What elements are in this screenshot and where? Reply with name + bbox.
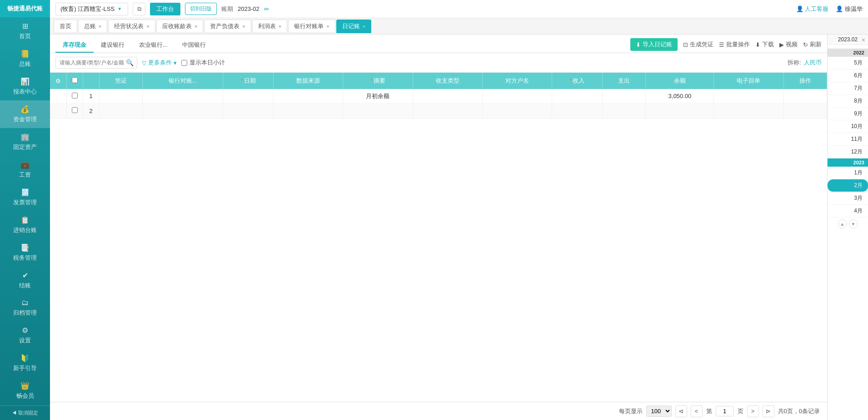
date-panel-close[interactable]: × bbox=[862, 36, 865, 44]
tab-journal-close[interactable]: × bbox=[363, 24, 365, 29]
sidebar-item-label: 资金管理 bbox=[13, 115, 37, 124]
batch-op-icon: ☰ bbox=[719, 41, 724, 48]
customer-service-link[interactable]: 👤 人工客服 bbox=[796, 5, 829, 13]
cell-checkbox[interactable] bbox=[66, 89, 83, 104]
sidebar-item-purchase[interactable]: 📋 进销台账 bbox=[0, 211, 50, 239]
first-page-button[interactable]: ⊲ bbox=[675, 405, 687, 417]
more-conditions-button[interactable]: ▽ 更多条件 ▾ bbox=[142, 59, 177, 67]
date-month-2022-11[interactable]: 11月 bbox=[828, 133, 868, 146]
col-settings[interactable]: ⚙ bbox=[50, 73, 66, 89]
generate-voucher-button[interactable]: ⊡ 生成凭证 bbox=[683, 40, 713, 49]
period-edit-icon[interactable]: ✏ bbox=[264, 5, 269, 13]
sidebar-item-close-accounts[interactable]: ✔ 结账 bbox=[0, 267, 50, 294]
tab-profit[interactable]: 利润表 × bbox=[252, 20, 287, 33]
search-icon[interactable]: 🔍 bbox=[126, 59, 134, 66]
date-month-2023-3[interactable]: 3月 bbox=[828, 192, 868, 205]
tab-home[interactable]: 首页 bbox=[54, 20, 77, 33]
date-nav-down[interactable]: ▼ bbox=[849, 219, 858, 228]
sub-tab-ccb[interactable]: 建设银行 bbox=[94, 38, 132, 53]
refresh-button[interactable]: ↻ 刷新 bbox=[803, 40, 822, 49]
tab-asset-close[interactable]: × bbox=[242, 24, 245, 29]
prev-page-button[interactable]: < bbox=[691, 405, 703, 417]
col-counterpart: 对方户名 bbox=[482, 73, 552, 89]
date-month-2022-10[interactable]: 10月 bbox=[828, 120, 868, 133]
settings-icon: ⚙ bbox=[22, 326, 28, 335]
workspace-button[interactable]: 工作台 bbox=[150, 3, 180, 15]
date-month-2022-5[interactable]: 5月 bbox=[828, 57, 868, 69]
sidebar-logo[interactable]: 畅捷通易代账 bbox=[0, 0, 50, 17]
tab-journal[interactable]: 日记账 × bbox=[336, 20, 371, 33]
tab-receivable[interactable]: 应收账龄表 × bbox=[156, 20, 203, 33]
row-checkbox[interactable] bbox=[72, 93, 78, 99]
cell-expense bbox=[602, 89, 645, 104]
page-input[interactable] bbox=[716, 406, 734, 416]
date-month-2023-1[interactable]: 1月 bbox=[828, 167, 868, 179]
ledger-icon: 📒 bbox=[20, 49, 30, 58]
tab-journal-label: 日记账 bbox=[342, 22, 360, 30]
search-input[interactable] bbox=[55, 57, 137, 69]
cell-checkbox[interactable] bbox=[66, 104, 83, 118]
date-month-2022-7[interactable]: 7月 bbox=[828, 82, 868, 95]
copy-icon: ⧉ bbox=[137, 5, 141, 13]
cell-source bbox=[274, 89, 343, 104]
col-date: 日期 bbox=[223, 73, 274, 89]
service-icon: 👤 bbox=[796, 5, 803, 12]
tab-asset[interactable]: 资产负债表 × bbox=[204, 20, 251, 33]
row-checkbox[interactable] bbox=[72, 107, 78, 113]
date-month-2022-12[interactable]: 12月 bbox=[828, 146, 868, 158]
sidebar-item-invoice[interactable]: 🧾 发票管理 bbox=[0, 183, 50, 211]
page-size-select[interactable]: 100 bbox=[646, 405, 672, 417]
date-month-2022-9[interactable]: 9月 bbox=[828, 108, 868, 120]
cell-bank bbox=[142, 104, 223, 118]
avatar-icon: 👤 bbox=[836, 5, 843, 12]
date-month-2023-2[interactable]: 2月 bbox=[828, 179, 868, 192]
sidebar-item-member[interactable]: 👑 畅会员 bbox=[0, 377, 50, 405]
date-month-2022-6[interactable]: 6月 bbox=[828, 69, 868, 82]
company-selector[interactable]: (牧畜) 江西赣宝-LSS ▼ bbox=[55, 3, 128, 15]
old-version-button[interactable]: 切到旧版 bbox=[185, 3, 217, 15]
sidebar-item-tax[interactable]: 📑 税务管理 bbox=[0, 239, 50, 267]
date-month-2022-8[interactable]: 8月 bbox=[828, 95, 868, 108]
sidebar-item-fixed[interactable]: 🏢 固定资产 bbox=[0, 128, 50, 156]
tab-ledger-close[interactable]: × bbox=[99, 24, 101, 29]
currency-value[interactable]: 人民币 bbox=[804, 59, 822, 67]
download-button[interactable]: ⬇ 下载 bbox=[755, 40, 774, 49]
daily-subtotal-check[interactable] bbox=[181, 60, 187, 66]
import-journal-button[interactable]: ⬇ 导入日记账 bbox=[630, 38, 678, 51]
tab-ledger[interactable]: 总账 × bbox=[78, 20, 107, 33]
tab-bank[interactable]: 银行对账单 × bbox=[288, 20, 335, 33]
sidebar-item-home[interactable]: ⊞ 首页 bbox=[0, 17, 50, 45]
sidebar-item-wage[interactable]: 💼 工资 bbox=[0, 156, 50, 183]
video-button[interactable]: ▶ 视频 bbox=[779, 40, 798, 49]
next-page-button[interactable]: > bbox=[747, 405, 759, 417]
sub-tab-cash[interactable]: 库存现金 bbox=[55, 38, 94, 53]
tab-status[interactable]: 经营状况表 × bbox=[108, 20, 155, 33]
date-month-2023-4[interactable]: 4月 bbox=[828, 205, 868, 217]
sidebar-item-ledger[interactable]: 📒 总账 bbox=[0, 45, 50, 73]
sub-tab-abc[interactable]: 农业银行... bbox=[132, 38, 175, 53]
tab-profit-close[interactable]: × bbox=[279, 24, 281, 29]
sidebar-item-capital[interactable]: 💰 资金管理 bbox=[0, 100, 50, 128]
tab-bank-close[interactable]: × bbox=[326, 24, 329, 29]
col-checkbox[interactable] bbox=[66, 73, 83, 89]
sidebar-item-report[interactable]: 📊 报表中心 bbox=[0, 73, 50, 100]
toolbar-right: 拆称: 人民币 bbox=[788, 59, 822, 67]
sidebar-item-archive[interactable]: 🗂 归档管理 bbox=[0, 294, 50, 321]
sidebar-unpin[interactable]: ◀ 取消固定 bbox=[0, 405, 50, 420]
tab-status-close[interactable]: × bbox=[146, 24, 149, 29]
user-name[interactable]: 👤 徐温华 bbox=[836, 5, 863, 13]
sub-tab-boc[interactable]: 中国银行 bbox=[175, 38, 213, 53]
tab-home-label: 首页 bbox=[60, 22, 71, 30]
tab-receivable-close[interactable]: × bbox=[195, 24, 197, 29]
batch-op-button[interactable]: ☰ 批量操作 bbox=[719, 40, 750, 49]
sidebar-item-settings[interactable]: ⚙ 设置 bbox=[0, 321, 50, 349]
show-daily-subtotal-checkbox[interactable]: 显示本日小计 bbox=[181, 59, 225, 67]
sidebar-item-guide[interactable]: 🔰 新手引导 bbox=[0, 349, 50, 377]
select-all-checkbox[interactable] bbox=[72, 77, 78, 83]
sidebar-item-label: 畅会员 bbox=[16, 392, 34, 400]
year-label-2023: 2023 bbox=[828, 158, 868, 167]
date-nav-up[interactable]: ▲ bbox=[838, 219, 847, 228]
filter-dropdown-icon: ▾ bbox=[174, 59, 177, 66]
last-page-button[interactable]: ⊳ bbox=[763, 405, 774, 417]
copy-button[interactable]: ⧉ bbox=[133, 3, 145, 15]
